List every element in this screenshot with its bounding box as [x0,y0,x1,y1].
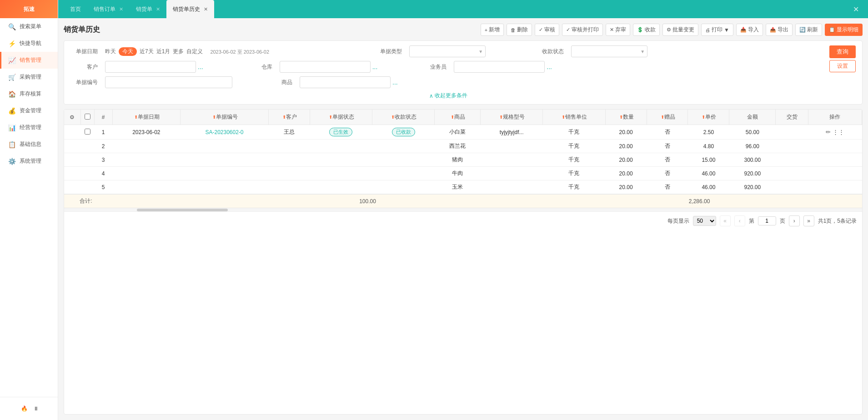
more-action-icon[interactable]: ⋮⋮ [833,129,844,135]
delete-button[interactable]: 🗑 删除 [507,24,532,36]
settings-cell [64,140,80,153]
checkbox-cell[interactable] [80,167,94,180]
payment-dropdown-icon[interactable]: ▼ [640,49,645,54]
tab-sales-history-close[interactable]: ✕ [204,6,208,12]
row-checkbox[interactable] [85,129,90,135]
shortcut-7days[interactable]: 近7天 [140,48,154,55]
query-button[interactable]: 查询 [829,45,856,58]
select-all-checkbox[interactable] [85,114,90,120]
scrollbar-thumb[interactable] [137,209,228,211]
horizontal-scrollbar[interactable] [64,208,862,211]
spec-col-header[interactable]: ⬆规格型号 [480,110,542,125]
shortcut-more[interactable]: 更多 [173,48,184,55]
product-dots[interactable]: ... [392,79,398,86]
shortcut-custom[interactable]: 自定义 [186,48,203,55]
sidebar-bottom-actions[interactable]: 🔥 ⏸ [0,401,58,416]
page-input[interactable] [758,216,776,225]
tab-sales-order[interactable]: 销售订单 ✕ [87,0,130,18]
staff-input[interactable] [454,61,545,73]
doc-no-input[interactable] [105,76,232,88]
tab-sales-order-close[interactable]: ✕ [119,6,123,12]
action-cell[interactable] [808,167,862,180]
warehouse-dots[interactable]: ... [372,63,378,70]
export-button[interactable]: 📤 导出 [766,24,793,36]
set-button[interactable]: 设置 [829,60,856,72]
doc-no-cell[interactable] [181,140,269,153]
sidebar-item-inventory-calc[interactable]: 🏠 库存核算 [0,85,58,102]
doc-no-cell[interactable]: SA-20230602-0 [181,125,269,140]
shortcut-yesterday[interactable]: 昨天 [105,48,116,55]
payment-status-input[interactable] [571,45,647,57]
prev-page-btn[interactable]: ‹ [734,215,745,226]
doc-no-link[interactable]: SA-20230602-0 [205,129,243,135]
batch-change-button[interactable]: ⚙ 批量变更 [662,24,698,36]
checkbox-cell[interactable] [80,180,94,194]
sidebar-item-purchase-mgmt[interactable]: 🛒 采购管理 [0,69,58,85]
doc-type-input[interactable] [409,45,486,57]
settings-col-header[interactable]: ⚙ [64,110,80,125]
action-cell[interactable] [808,153,862,167]
approve-print-button[interactable]: ✓ 审核并打印 [562,24,603,36]
sidebar-item-sales-mgmt[interactable]: 📈 销售管理 [0,52,58,69]
sidebar-item-basic-info[interactable]: 📋 基础信息 [0,136,58,153]
abandon-button[interactable]: ✕ 弃审 [606,24,630,36]
doc-type-dropdown-icon[interactable]: ▼ [478,49,483,54]
unit-price-col-header[interactable]: ⬆单价 [688,110,729,125]
doc-no-cell[interactable] [181,167,269,180]
action-cell[interactable]: ✏⋮⋮ [808,125,862,140]
sidebar-item-ops-mgmt[interactable]: 📊 经营管理 [0,119,58,136]
staff-dots[interactable]: ... [547,63,552,70]
warehouse-input[interactable] [280,61,371,73]
doc-no-cell[interactable] [181,180,269,194]
tab-home[interactable]: 首页 [64,0,87,18]
filter-actions: 查询 设置 [829,45,856,72]
doc-no-cell[interactable] [181,153,269,167]
sidebar-item-quick-nav[interactable]: ⚡ 快捷导航 [0,35,58,52]
doc-status-cell [310,153,372,167]
customer-col-header[interactable]: ⬆客户 [268,110,310,125]
product-input[interactable] [300,76,391,88]
last-page-btn[interactable]: » [803,215,814,226]
checkbox-cell[interactable] [80,140,94,153]
content-area: 销货单历史 + 新增 🗑 删除 ✓ 审核 ✓ 审核并打印 [58,18,868,420]
sidebar-item-search-menu[interactable]: 🔍 搜索菜单 [0,18,58,35]
collect-button[interactable]: 💲 收款 [633,24,660,36]
collapse-link[interactable]: ∧ 收起更多条件 [429,92,467,100]
next-page-btn[interactable]: › [789,215,800,226]
customer-input[interactable] [105,61,196,73]
doc-status-col-header[interactable]: ⬆单据状态 [310,110,372,125]
sort-icon10: ⬆ [661,115,664,120]
refresh-button[interactable]: 🔄 刷新 [795,24,822,36]
sidebar-item-sys-mgmt[interactable]: ⚙️ 系统管理 [0,153,58,170]
window-close-btn[interactable]: ✕ [849,5,863,14]
tab-sales-delivery-close[interactable]: ✕ [156,6,160,12]
approve-button[interactable]: ✓ 审核 [535,24,559,36]
action-cell[interactable] [808,140,862,153]
doc-date-col-header[interactable]: ⬆单据日期 [112,110,181,125]
edit-icon[interactable]: ✏ [826,129,831,135]
add-button[interactable]: + 新增 [481,24,504,36]
gift-col-header[interactable]: ⬆赠品 [647,110,688,125]
doc-no-col-header[interactable]: ⬆单据编号 [181,110,269,125]
tab-sales-history[interactable]: 销货单历史 ✕ [166,0,214,18]
show-detail-button[interactable]: 📋 显示明细 [825,24,863,36]
print-button[interactable]: 🖨 打印 ▼ [701,24,733,36]
sales-unit-col-header[interactable]: ⬆销售单位 [543,110,605,125]
tab-sales-delivery[interactable]: 销货单 ✕ [130,0,166,18]
first-page-btn[interactable]: « [720,215,731,226]
qty-col-header[interactable]: ⬆数量 [605,110,647,125]
checkbox-cell[interactable] [80,125,94,140]
checkbox-col-header[interactable] [80,110,94,125]
payment-status-col-header[interactable]: ⬆收款状态 [372,110,435,125]
customer-dots[interactable]: ... [198,63,203,70]
checkbox-cell[interactable] [80,153,94,167]
data-table: ⚙ # ⬆单据日期 ⬆单据编号 ⬆客户 [64,110,862,194]
sidebar-item-finance-mgmt[interactable]: 💰 资金管理 [0,102,58,119]
shortcut-today[interactable]: 今天 [119,47,137,56]
import-button[interactable]: 📥 导入 [736,24,763,36]
product-col-header[interactable]: ⬆商品 [435,110,481,125]
shortcut-1month[interactable]: 近1月 [156,48,171,55]
sort-icon9: ⬆ [619,115,623,120]
action-cell[interactable] [808,180,862,194]
per-page-select[interactable]: 50 100 200 [693,216,716,226]
